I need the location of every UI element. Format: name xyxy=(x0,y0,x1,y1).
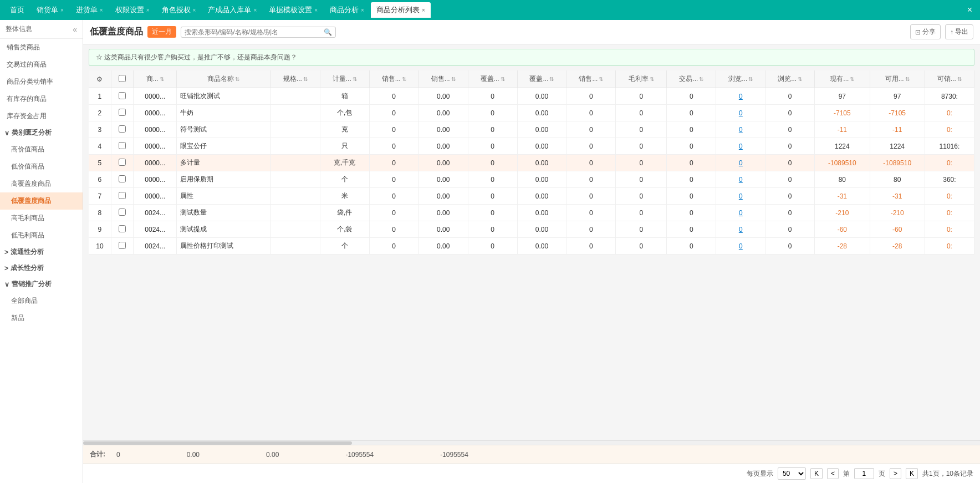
sidebar-item-high-value[interactable]: 高价值商品 xyxy=(0,141,83,158)
nav-tab-permissions[interactable]: 权限设置 × xyxy=(110,2,155,18)
row-checkbox-input[interactable] xyxy=(119,192,126,199)
col-sales-amt[interactable]: 销售...⇅ xyxy=(418,70,468,88)
horizontal-scrollbar[interactable] xyxy=(83,440,980,445)
row-checkbox[interactable] xyxy=(111,188,134,205)
period-button[interactable]: 近一月 xyxy=(147,26,176,38)
sidebar-item-inventory-capital[interactable]: 库存资金占用 xyxy=(0,108,83,125)
row-checkbox[interactable] xyxy=(111,121,134,138)
sort-icon[interactable]: ⇅ xyxy=(957,76,962,82)
sort-icon[interactable]: ⇅ xyxy=(748,76,753,82)
row-checkbox[interactable] xyxy=(111,155,134,171)
nav-tab-sales[interactable]: 销货单 × xyxy=(31,2,69,18)
row-checkbox[interactable] xyxy=(111,105,134,121)
row-checkbox-input[interactable] xyxy=(119,109,126,116)
sidebar-item-stocked-products[interactable]: 有库存的商品 xyxy=(0,90,83,108)
sort-icon[interactable]: ⇅ xyxy=(905,76,910,82)
page-input[interactable] xyxy=(854,468,874,479)
first-page-button[interactable]: K xyxy=(810,468,823,479)
row-checkbox-input[interactable] xyxy=(119,175,126,182)
row-browse-a[interactable]: 0 xyxy=(716,88,765,105)
col-settings[interactable]: ⚙ xyxy=(89,70,111,88)
select-all-checkbox[interactable] xyxy=(119,75,126,82)
nav-tab-templates[interactable]: 单据模板设置 × xyxy=(263,2,323,18)
col-cover-b[interactable]: 覆盖...⇅ xyxy=(517,70,566,88)
sort-icon[interactable]: ⇅ xyxy=(850,76,854,82)
col-gross-rate[interactable]: 毛利率⇅ xyxy=(616,70,667,88)
sidebar-collapse-button[interactable]: « xyxy=(73,25,77,34)
row-browse-a[interactable]: 0 xyxy=(716,155,765,171)
sidebar-item-new-products[interactable]: 新品 xyxy=(0,309,83,327)
row-browse-a[interactable]: 0 xyxy=(716,138,765,155)
sidebar-item-all-products[interactable]: 全部商品 xyxy=(0,292,83,309)
last-page-button[interactable]: K xyxy=(906,468,918,479)
row-browse-a[interactable]: 0 xyxy=(716,105,765,121)
sort-icon[interactable]: ⇅ xyxy=(160,76,164,82)
sort-icon[interactable]: ⇅ xyxy=(303,76,308,82)
row-checkbox-input[interactable] xyxy=(119,242,126,249)
sidebar-group-category-analysis[interactable]: ∨ 类别匮乏分析 xyxy=(0,125,83,141)
sidebar-item-low-coverage[interactable]: 低覆盖度商品 xyxy=(0,192,83,210)
sidebar-group-growth-analysis[interactable]: > 成长性分析 xyxy=(0,260,83,276)
col-checkbox[interactable] xyxy=(111,70,134,88)
col-name[interactable]: 商品名称⇅ xyxy=(176,70,270,88)
row-checkbox[interactable] xyxy=(111,205,134,221)
row-checkbox[interactable] xyxy=(111,88,134,105)
nav-tab-purchase[interactable]: 进货单 × xyxy=(70,2,109,18)
sort-icon[interactable]: ⇅ xyxy=(798,76,802,82)
close-icon[interactable]: × xyxy=(253,7,257,13)
sidebar-item-category-rate[interactable]: 商品分类动销率 xyxy=(0,73,83,90)
sort-icon[interactable]: ⇅ xyxy=(650,76,654,82)
close-icon[interactable]: × xyxy=(361,7,364,13)
row-browse-a[interactable]: 0 xyxy=(716,188,765,205)
row-checkbox[interactable] xyxy=(111,138,134,155)
col-spec[interactable]: 规格...⇅ xyxy=(270,70,320,88)
row-checkbox-input[interactable] xyxy=(119,225,126,232)
sidebar-group-flow-analysis[interactable]: > 流通性分析 xyxy=(0,244,83,260)
sidebar-item-low-margin[interactable]: 低毛利商品 xyxy=(0,227,83,244)
col-browse-b[interactable]: 浏览...⇅ xyxy=(765,70,815,88)
col-sales-c[interactable]: 销售...⇅ xyxy=(566,70,616,88)
col-sales-qty[interactable]: 销售...⇅ xyxy=(369,70,418,88)
nav-tab-analysis[interactable]: 商品分析 × xyxy=(324,2,370,18)
share-button[interactable]: ⊡ 分享 xyxy=(910,24,941,39)
col-avail[interactable]: 可用...⇅ xyxy=(870,70,925,88)
sort-icon[interactable]: ⇅ xyxy=(549,76,554,82)
col-unit[interactable]: 计量...⇅ xyxy=(320,70,369,88)
export-button[interactable]: ↑ 导出 xyxy=(945,24,973,39)
search-input[interactable] xyxy=(185,28,321,36)
nav-tab-roles[interactable]: 角色授权 × xyxy=(156,2,202,18)
close-icon[interactable]: × xyxy=(146,7,150,13)
data-table-wrapper[interactable]: ⚙ 商...⇅ 商品名称⇅ 规格...⇅ 计量...⇅ 销售...⇅ 销售...… xyxy=(83,70,980,440)
sort-icon[interactable]: ⇅ xyxy=(501,76,505,82)
row-checkbox[interactable] xyxy=(111,171,134,188)
sidebar-item-sales-products[interactable]: 销售类商品 xyxy=(0,39,83,56)
sort-icon[interactable]: ⇅ xyxy=(235,76,239,82)
close-icon[interactable]: × xyxy=(193,7,196,13)
search-icon[interactable]: 🔍 xyxy=(324,28,332,36)
close-icon[interactable]: × xyxy=(60,7,64,13)
row-browse-a[interactable]: 0 xyxy=(716,205,765,221)
close-icon[interactable]: × xyxy=(422,7,425,13)
sidebar-group-marketing-analysis[interactable]: ∨ 营销推广分析 xyxy=(0,276,83,292)
prev-page-button[interactable]: < xyxy=(827,468,839,479)
sidebar-item-high-coverage[interactable]: 高覆盖度商品 xyxy=(0,175,83,192)
row-checkbox-input[interactable] xyxy=(119,159,126,166)
sidebar-item-high-margin[interactable]: 高毛利商品 xyxy=(0,210,83,227)
col-current[interactable]: 现有...⇅ xyxy=(815,70,870,88)
sidebar-item-traded-products[interactable]: 交易过的商品 xyxy=(0,56,83,73)
col-cover-a[interactable]: 覆盖...⇅ xyxy=(468,70,517,88)
nav-tab-inbound[interactable]: 产成品入库单 × xyxy=(202,2,262,18)
row-checkbox-input[interactable] xyxy=(119,125,126,133)
row-browse-a[interactable]: 0 xyxy=(716,171,765,188)
nav-tab-analysis-list[interactable]: 商品分析列表 × xyxy=(371,2,431,18)
sort-icon[interactable]: ⇅ xyxy=(599,76,603,82)
nav-tab-home[interactable]: 首页 xyxy=(4,2,30,18)
sort-icon[interactable]: ⇅ xyxy=(353,76,357,82)
row-browse-a[interactable]: 0 xyxy=(716,121,765,138)
row-checkbox-input[interactable] xyxy=(119,142,126,149)
close-all-button[interactable]: × xyxy=(964,5,976,15)
col-code[interactable]: 商...⇅ xyxy=(134,70,177,88)
row-checkbox[interactable] xyxy=(111,221,134,238)
sort-icon[interactable]: ⇅ xyxy=(451,76,456,82)
col-saleable[interactable]: 可销...⇅ xyxy=(925,70,974,88)
